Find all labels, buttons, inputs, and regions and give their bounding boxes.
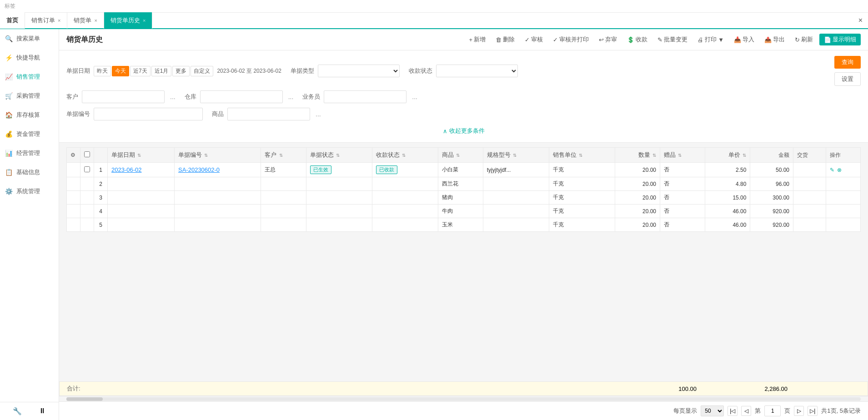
- edit-action-button[interactable]: ✎: [830, 167, 834, 173]
- row-qty: 20.00: [615, 191, 660, 205]
- next-page-button[interactable]: ▷: [794, 406, 804, 416]
- row-checkbox[interactable]: [84, 166, 90, 172]
- th-settings[interactable]: ⚙: [67, 148, 80, 163]
- row-unit-price: 46.00: [705, 218, 750, 232]
- th-goods[interactable]: 商品 ⇅: [438, 148, 483, 163]
- th-customer[interactable]: 客户 ⇅: [261, 148, 306, 163]
- doc-no-link[interactable]: SA-20230602-0: [178, 166, 220, 173]
- export-button[interactable]: 📤 导出: [761, 34, 788, 45]
- date-btn-today[interactable]: 今天: [112, 66, 129, 76]
- doc-no-input[interactable]: [94, 108, 203, 120]
- th-unit[interactable]: 销售单位 ⇅: [549, 148, 615, 163]
- payment-status-select[interactable]: [436, 65, 518, 77]
- goods-input[interactable]: [227, 108, 310, 120]
- table-row: 3猪肉千克20.00否15.00300.00: [67, 191, 861, 205]
- scroll-thumb[interactable]: [66, 397, 103, 401]
- tab-sales-history-close[interactable]: ×: [143, 18, 146, 23]
- select-all-checkbox[interactable]: [84, 151, 90, 157]
- row-goods: 小白菜: [438, 163, 483, 177]
- salesperson-dots[interactable]: ...: [412, 93, 417, 100]
- sidebar-item-basic-info[interactable]: 📋 基础信息: [0, 163, 59, 182]
- sidebar-item-search-menu[interactable]: 🔍 搜索菜单: [0, 29, 59, 48]
- warehouse-input[interactable]: [200, 90, 283, 103]
- first-page-button[interactable]: |◁: [728, 406, 738, 416]
- tab-sales-order-close[interactable]: ×: [58, 18, 60, 23]
- batch-change-button[interactable]: ✎ 批量变更: [654, 34, 691, 45]
- customer-dots[interactable]: ...: [170, 93, 176, 100]
- collapse-button[interactable]: ∧ 收起更多条件: [66, 125, 861, 137]
- sidebar-item-quick-nav[interactable]: ⚡ 快捷导航: [0, 48, 59, 67]
- goods-dots[interactable]: ...: [316, 110, 321, 118]
- sidebar-item-sales-mgmt-label: 销售管理: [16, 73, 40, 81]
- audit-print-button[interactable]: ✓ 审核并打印: [549, 34, 592, 45]
- date-btn-yesterday[interactable]: 昨天: [94, 66, 111, 76]
- audit-button[interactable]: ✓ 审核: [521, 34, 547, 45]
- import-button[interactable]: 📥 导入: [730, 34, 758, 45]
- date-btn-custom[interactable]: 自定义: [191, 66, 213, 76]
- sidebar-item-operations[interactable]: 📊 经营管理: [0, 144, 59, 163]
- row-spec: tyjyjtyjdf...: [483, 163, 549, 177]
- show-detail-button[interactable]: 📄 显示明细: [819, 34, 861, 45]
- settings-button[interactable]: 设置: [834, 72, 861, 86]
- tab-sales-goods-close[interactable]: ×: [94, 18, 97, 23]
- doc-type-label: 单据类型: [291, 67, 314, 75]
- sidebar-item-finance[interactable]: 💰 资金管理: [0, 125, 59, 144]
- th-doc-no[interactable]: 单据编号 ⇅: [175, 148, 261, 163]
- th-unit-price[interactable]: 单价 ⇅: [705, 148, 750, 163]
- inventory-icon: 🏠: [5, 111, 13, 119]
- th-doc-date[interactable]: 单据日期 ⇅: [108, 148, 175, 163]
- collect-button[interactable]: 💲 收款: [623, 34, 651, 45]
- table-row: 12023-06-02SA-20230602-0王总已生效已收款小白菜tyjyj…: [67, 163, 861, 177]
- last-page-button[interactable]: ▷|: [808, 406, 818, 416]
- customer-input[interactable]: [82, 90, 165, 103]
- row-doc-no: [175, 218, 261, 232]
- th-spec[interactable]: 规格型号 ⇅: [483, 148, 549, 163]
- delete-action-button[interactable]: ⊗: [837, 167, 842, 173]
- action-buttons: ✎ ⊗: [830, 167, 857, 173]
- sidebar-item-purchase-mgmt[interactable]: 🛒 采购管理: [0, 86, 59, 105]
- th-qty[interactable]: 数量 ⇅: [615, 148, 660, 163]
- date-btn-last1month[interactable]: 近1月: [151, 66, 172, 76]
- th-payment-status[interactable]: 收款状态 ⇅: [372, 148, 438, 163]
- filter-group-salesperson: 业务员 ...: [302, 90, 417, 103]
- doc-type-select[interactable]: [318, 65, 400, 77]
- sidebar-item-sales-mgmt[interactable]: 📈 销售管理: [0, 67, 59, 86]
- date-btn-last7days[interactable]: 近7天: [130, 66, 151, 76]
- row-actions: [826, 218, 861, 232]
- row-payment-status: [372, 191, 438, 205]
- tab-sales-history[interactable]: 销货单历史 ×: [104, 12, 152, 29]
- sidebar-item-system-mgmt[interactable]: ⚙️ 系统管理: [0, 182, 59, 201]
- salesperson-label: 业务员: [302, 93, 320, 101]
- sidebar-pause-icon[interactable]: ⏸: [39, 407, 46, 415]
- abandon-button[interactable]: ↩ 弃审: [595, 34, 621, 45]
- window-close-btn[interactable]: ×: [853, 16, 868, 25]
- date-label: 单据日期: [66, 67, 90, 75]
- warehouse-dots[interactable]: ...: [288, 93, 294, 100]
- page-size-label: 每页显示: [673, 407, 697, 415]
- sidebar-item-inventory[interactable]: 🏠 库存核算: [0, 105, 59, 125]
- row-num: 5: [94, 218, 108, 232]
- print-button[interactable]: 🖨 打印 ▼: [694, 34, 728, 45]
- tab-home[interactable]: 首页: [0, 12, 25, 29]
- th-gift[interactable]: 赠品 ⇅: [660, 148, 705, 163]
- tab-sales-order[interactable]: 销售订单 ×: [25, 12, 67, 29]
- row-unit-price: 46.00: [705, 205, 750, 218]
- query-button[interactable]: 查询: [834, 56, 861, 69]
- date-btn-more[interactable]: 更多: [172, 66, 190, 76]
- row-unit: 千克: [549, 177, 615, 191]
- page-size-select[interactable]: 50 10 20 100: [701, 405, 724, 416]
- salesperson-input[interactable]: [324, 90, 406, 103]
- scroll-bar[interactable]: [59, 396, 868, 401]
- delete-button[interactable]: 🗑 删除: [492, 34, 518, 45]
- th-action: 操作: [826, 148, 861, 163]
- prev-page-button[interactable]: ◁: [741, 406, 751, 416]
- th-doc-status[interactable]: 单据状态 ⇅: [306, 148, 372, 163]
- new-button[interactable]: + 新增: [466, 34, 490, 45]
- page-number-input[interactable]: [764, 405, 781, 416]
- refresh-button[interactable]: ↻ 刷新: [791, 34, 817, 45]
- tab-sales-goods[interactable]: 销货单 ×: [67, 12, 104, 29]
- row-customer: [261, 177, 306, 191]
- sidebar-settings-icon[interactable]: 🔧: [13, 407, 22, 415]
- doc-date-link[interactable]: 2023-06-02: [111, 166, 142, 173]
- row-qty: 20.00: [615, 205, 660, 218]
